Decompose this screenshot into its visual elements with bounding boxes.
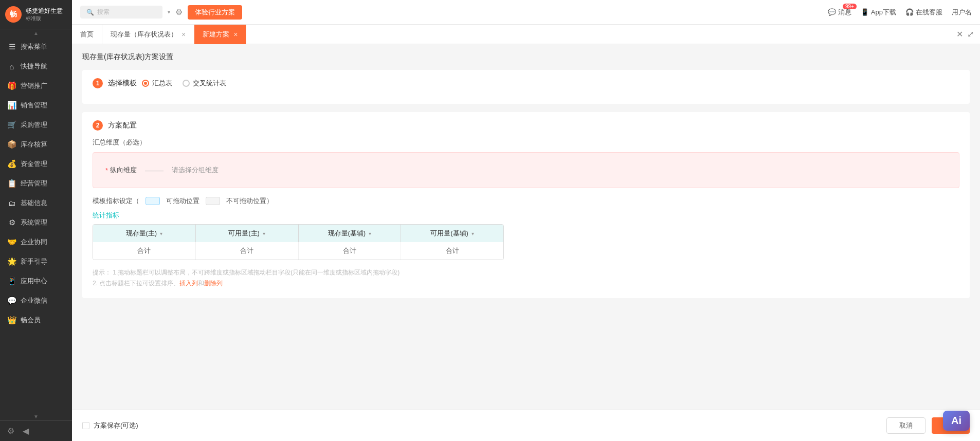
sidebar-item-purchase[interactable]: 🛒 采购管理 [0, 115, 72, 135]
wechat-icon: 💬 [7, 296, 16, 305]
template-radio-group: 汇总表 交叉统计表 [142, 79, 226, 88]
headset-icon: 🎧 [905, 8, 914, 16]
sidebar-item-quicknav[interactable]: ⌂ 快捷导航 [0, 57, 72, 76]
sidebar-item-label: 采购管理 [21, 120, 47, 130]
sidebar-item-appcenter[interactable]: 📱 应用中心 [0, 271, 72, 291]
tip-1: 提示： 1.拖动标题栏可以调整布局，不可跨维度或指标区域拖动栏目字段(只能在同一… [93, 268, 959, 277]
config-section: 汇总维度（必选） * 纵向维度 —— 请选择分组维度 模板指标设定（ 可拖动位置… [93, 138, 959, 288]
step2-header: 2 方案配置 [93, 120, 959, 131]
tabs-right: ✕ ⤢ [956, 29, 980, 39]
gear-btn[interactable]: ⚙ [175, 7, 183, 17]
col-header-0[interactable]: 现存量(主) ▾ [93, 225, 196, 242]
col-chevron-1: ▾ [263, 231, 265, 236]
sidebar-item-newbie[interactable]: 🌟 新手引导 [0, 252, 72, 271]
tab-home[interactable]: 首页 [72, 25, 102, 44]
col-label-2: 现存量(基辅) [328, 229, 366, 238]
user-btn[interactable]: 用户名 [952, 8, 972, 17]
tab-inventory-close[interactable]: × [182, 30, 186, 39]
sidebar-item-marketing[interactable]: 🎁 营销推广 [0, 76, 72, 96]
message-icon: 💬 [828, 8, 836, 16]
step2-label: 方案配置 [108, 121, 137, 130]
expand-icon[interactable]: ⤢ [967, 29, 974, 39]
col-chevron-2: ▾ [369, 231, 371, 236]
collapse-icon[interactable]: ◀ [23, 426, 29, 436]
sidebar-item-system[interactable]: ⚙ 系统管理 [0, 213, 72, 232]
mobile-icon: 📱 [861, 8, 869, 16]
sidebar-scroll-up[interactable]: ▲ [0, 29, 72, 37]
col-label-0: 现存量(主) [126, 229, 157, 238]
topbar-left: 🔍 搜索 ▾ ⚙ 体验行业方案 [80, 5, 242, 20]
sidebar-scroll-down[interactable]: ▼ [0, 413, 72, 420]
col-header-3[interactable]: 可用量(基辅) ▾ [401, 225, 503, 242]
search-bar[interactable]: 🔍 搜索 [80, 6, 162, 19]
sidebar-item-cooperation[interactable]: 🤝 企业协同 [0, 232, 72, 252]
content-area: 现存量(库存状况表)方案设置 1 选择模板 汇总表 交叉统计表 [72, 44, 980, 410]
step1-header: 1 选择模板 汇总表 交叉统计表 [93, 78, 959, 88]
online-service-btn[interactable]: 🎧 在线客服 [905, 8, 942, 17]
stat-title: 统计指标 [93, 211, 959, 220]
topbar-dropdown[interactable]: ▾ [168, 9, 170, 15]
app-name: 畅捷通好生意 [26, 7, 63, 15]
sidebar-item-label: 库存核算 [21, 140, 47, 149]
sidebar-item-search[interactable]: ☰ 搜索菜单 [0, 37, 72, 57]
sidebar-item-sales[interactable]: 📊 销售管理 [0, 96, 72, 115]
radio-summary[interactable]: 汇总表 [142, 79, 172, 88]
sidebar-item-label: 应用中心 [21, 277, 47, 286]
cancel-button[interactable]: 取消 [886, 417, 925, 434]
dimension-placeholder: 请选择分组维度 [172, 166, 219, 175]
sidebar-item-business[interactable]: 📋 经营管理 [0, 174, 72, 193]
step1-badge: 1 [93, 78, 103, 88]
dimension-area[interactable]: * 纵向维度 —— 请选择分组维度 [93, 152, 959, 188]
col-cell-0: 合计 [93, 242, 196, 260]
col-header-2[interactable]: 现存量(基辅) ▾ [299, 225, 402, 242]
col-cell-1: 合计 [196, 242, 299, 260]
newbie-icon: 🌟 [7, 257, 16, 266]
sales-icon: 📊 [7, 101, 16, 110]
sidebar-item-basic[interactable]: 🗂 基础信息 [0, 193, 72, 213]
appcenter-icon: 📱 [7, 277, 16, 286]
sidebar-item-label: 企业微信 [21, 296, 47, 305]
message-btn[interactable]: 💬 消息 99+ [828, 8, 851, 17]
sidebar-item-member[interactable]: 👑 畅会员 [0, 310, 72, 330]
fixed-label: 不可拖动位置） [226, 196, 273, 206]
save-checkbox[interactable] [82, 422, 89, 429]
sidebar-nav: ☰ 搜索菜单 ⌂ 快捷导航 🎁 营销推广 📊 销售管理 🛒 采购管理 📦 库存核… [0, 37, 72, 413]
tab-new-scheme[interactable]: 新建方案 × [194, 25, 246, 44]
app-edition: 标准版 [26, 15, 63, 22]
tip-2: 2. 点击标题栏下拉可设置排序、插入列和删除列 [93, 279, 959, 288]
settings-icon[interactable]: ⚙ [7, 426, 14, 436]
tab-inventory-status[interactable]: 现存量（库存状况表） × [102, 25, 194, 44]
service-label: 在线客服 [916, 8, 942, 17]
radio-cross[interactable]: 交叉统计表 [183, 79, 226, 88]
step1-label: 选择模板 [108, 79, 137, 88]
sidebar-item-wechat[interactable]: 💬 企业微信 [0, 291, 72, 310]
col-header-1[interactable]: 可用量(主) ▾ [196, 225, 299, 242]
inventory-icon: 📦 [7, 140, 16, 149]
topbar: 🔍 搜索 ▾ ⚙ 体验行业方案 💬 消息 99+ 📱 App下载 🎧 在线客服 [72, 0, 980, 25]
tip-highlight: 插入列 [179, 280, 198, 287]
industry-btn[interactable]: 体验行业方案 [188, 5, 242, 20]
sidebar-item-label: 系统管理 [21, 218, 47, 227]
tab-new-scheme-close[interactable]: × [233, 30, 238, 39]
sidebar-item-inventory[interactable]: 📦 库存核算 [0, 135, 72, 154]
col-chevron-3: ▾ [471, 231, 474, 236]
tips-section: 提示： 1.拖动标题栏可以调整布局，不可跨维度或指标区域拖动栏目字段(只能在同一… [93, 268, 959, 288]
close-icon[interactable]: ✕ [956, 29, 963, 39]
sidebar-item-label: 新手引导 [21, 257, 47, 266]
save-checkbox-row[interactable]: 方案保存(可选) [82, 421, 138, 430]
new-scheme-tab-label: 新建方案 [203, 30, 229, 39]
draggable-indicator [146, 197, 160, 205]
ai-badge[interactable]: Ai [943, 411, 970, 431]
sidebar: 畅 畅捷通好生意 标准版 ▲ ☰ 搜索菜单 ⌂ 快捷导航 🎁 营销推广 📊 销售… [0, 0, 72, 441]
sidebar-bottom: ⚙ ◀ [0, 420, 72, 441]
radio-summary-label: 汇总表 [152, 79, 172, 88]
dimension-required-mark: * [105, 167, 108, 174]
sidebar-item-label: 销售管理 [21, 101, 47, 110]
main-area: 🔍 搜索 ▾ ⚙ 体验行业方案 💬 消息 99+ 📱 App下载 🎧 在线客服 [72, 0, 980, 441]
purchase-icon: 🛒 [7, 120, 16, 130]
topbar-right: 💬 消息 99+ 📱 App下载 🎧 在线客服 用户名 [828, 8, 972, 17]
stat-table-header: 现存量(主) ▾ 可用量(主) ▾ 现存量(基辅) ▾ [93, 225, 503, 242]
col-chevron-0: ▾ [160, 231, 162, 236]
app-download-btn[interactable]: 📱 App下载 [861, 8, 896, 17]
sidebar-item-finance[interactable]: 💰 资金管理 [0, 154, 72, 174]
